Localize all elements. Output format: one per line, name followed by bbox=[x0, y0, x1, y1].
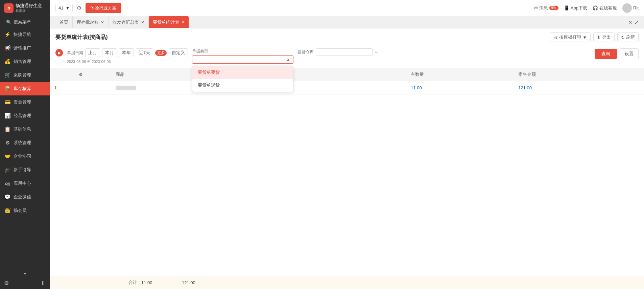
tab-close-all-icon[interactable]: ✕ bbox=[628, 20, 633, 25]
export-btn[interactable]: ⬇ 导出 bbox=[593, 32, 615, 42]
table-body: 1 块 11.00 121.00 bbox=[50, 81, 644, 94]
product-placeholder bbox=[116, 86, 136, 90]
footer-quantity: 11.00 bbox=[137, 280, 178, 285]
sidebar-item-sales[interactable]: 💰 销售管理 bbox=[0, 55, 50, 68]
tab-end-controls: ✕ ⤢ bbox=[628, 20, 639, 25]
row-index: 1 bbox=[50, 81, 112, 94]
date-label: 单据日期 bbox=[67, 50, 83, 56]
tab-expand-icon[interactable]: ⤢ bbox=[635, 20, 639, 25]
sidebar-scroll-down[interactable]: ▼ bbox=[0, 271, 50, 277]
print-icon: 🖨 bbox=[553, 35, 558, 40]
tab-batch-account[interactable]: 库存批次账 ✕ bbox=[73, 16, 109, 28]
service-icon: 🎧 bbox=[593, 5, 598, 10]
tab-order-summary[interactable]: 要货单统计表 ✕ bbox=[149, 16, 189, 28]
sidebar-item-appstore[interactable]: 🛍 应用中心 bbox=[0, 177, 50, 190]
row-quantity[interactable]: 11.00 bbox=[407, 81, 514, 94]
avatar bbox=[622, 3, 632, 13]
refresh-icon: ↻ bbox=[621, 35, 625, 40]
app-download-item[interactable]: 📱 App下载 bbox=[564, 5, 587, 11]
sidebar-item-member[interactable]: 👑 畅会员 bbox=[0, 204, 50, 217]
sales-icon: 💰 bbox=[4, 58, 11, 65]
sidebar-logo: b 畅捷通好生意 标准版 bbox=[0, 0, 50, 16]
tab-close-batch-account[interactable]: ✕ bbox=[101, 20, 104, 25]
settings-icon[interactable]: ⚙ bbox=[4, 280, 9, 286]
warehouse-input[interactable] bbox=[316, 48, 373, 56]
table-row: 1 块 11.00 121.00 bbox=[50, 81, 644, 94]
logo-icon: b bbox=[4, 3, 14, 13]
tab-collection-summary[interactable]: 收发存汇总表 ✕ bbox=[109, 16, 149, 28]
dropdown-item-order-return[interactable]: 要货单退货 bbox=[192, 79, 293, 92]
col-amount: 零售金额 bbox=[514, 68, 644, 81]
sidebar-item-guide[interactable]: 🎓 新手引导 bbox=[0, 163, 50, 177]
date-btn-last-7-days[interactable]: 近7天 bbox=[136, 48, 153, 57]
sidebar-nav: ⚡ 快捷导航 📢 营销推广 💰 销售管理 🛒 采购管理 📦 库存核算 💳 资金管… bbox=[0, 28, 50, 271]
type-input[interactable] bbox=[195, 57, 286, 62]
print-template-btn[interactable]: 🖨 按模板打印 ▼ bbox=[550, 32, 591, 42]
date-more-tag[interactable]: 更多 bbox=[155, 50, 167, 56]
data-table: ⚙ 商品 主计量单位 主数量 零售金额 bbox=[50, 68, 644, 94]
member-icon: 👑 bbox=[4, 207, 11, 214]
username: Rit bbox=[633, 5, 639, 10]
purchase-icon: 🛒 bbox=[4, 72, 11, 79]
tab-home[interactable]: 首页 bbox=[55, 16, 73, 28]
filter-bar: ▶ 单据日期 上月 本月 本年 近7天 bbox=[50, 45, 644, 68]
sidebar-item-system[interactable]: ⚙ 系统管理 bbox=[0, 136, 50, 150]
sidebar-item-enterprise[interactable]: 🤝 企业协同 bbox=[0, 150, 50, 163]
date-custom-btn[interactable]: 自定义 bbox=[169, 48, 188, 57]
date-btn-last-month[interactable]: 上月 bbox=[85, 48, 100, 57]
tab-close-order[interactable]: ✕ bbox=[181, 20, 185, 25]
message-icon: ✉ bbox=[534, 5, 538, 10]
system-icon: ⚙ bbox=[4, 139, 11, 146]
user-avatar-item[interactable]: Rit bbox=[622, 3, 639, 13]
tabs-bar: 首页 库存批次账 ✕ 收发存汇总表 ✕ 要货单统计表 ✕ ✕ ⤢ bbox=[50, 16, 644, 28]
footer-values: 11.00 121.00 bbox=[137, 280, 218, 285]
tab-close-collection[interactable]: ✕ bbox=[141, 20, 144, 25]
expand-filter-btn[interactable]: ▶ bbox=[55, 49, 63, 57]
trial-btn[interactable]: 体验行业方案 bbox=[86, 3, 121, 13]
type-chevron-up-icon[interactable]: ▲ bbox=[286, 57, 290, 62]
sidebar-item-basic[interactable]: 📋 基础信息 bbox=[0, 123, 50, 136]
sidebar-item-finance[interactable]: 💳 资金管理 bbox=[0, 95, 50, 109]
print-chevron-icon: ▼ bbox=[582, 35, 587, 40]
type-label: 单据类型 bbox=[192, 48, 293, 54]
topbar: 41 ▼ ⚙ 体验行业方案 ✉ 消息 99+ 📱 App下载 🎧 在线客服 R bbox=[50, 0, 644, 16]
page-title: 要货单统计表(按商品) bbox=[55, 34, 108, 41]
message-item[interactable]: ✉ 消息 99+ bbox=[534, 5, 558, 11]
topbar-gear-icon[interactable]: ⚙ bbox=[77, 5, 81, 11]
guide-icon: 🎓 bbox=[4, 166, 11, 173]
sidebar-item-marketing[interactable]: 📢 营销推广 bbox=[0, 41, 50, 55]
quick-nav-icon: ⚡ bbox=[4, 31, 11, 38]
sidebar-item-wechat[interactable]: 💬 企业微信 bbox=[0, 190, 50, 204]
date-filter-row: 单据日期 上月 本月 本年 近7天 更多 自定义 bbox=[67, 48, 188, 57]
pause-icon[interactable]: ⏸ bbox=[41, 280, 46, 286]
sidebar-item-operation[interactable]: 📊 经营管理 bbox=[0, 109, 50, 123]
dropdown-item-order-purchase[interactable]: 要货单要货 bbox=[192, 66, 293, 79]
refresh-btn[interactable]: ↻ 刷新 bbox=[617, 32, 639, 42]
warehouse-label: 要货仓库 bbox=[297, 49, 314, 55]
sidebar-search[interactable]: 🔍 搜索菜单 bbox=[0, 16, 50, 28]
page-actions: 🖨 按模板打印 ▼ ⬇ 导出 ↻ 刷新 bbox=[550, 32, 639, 42]
appstore-icon: 🛍 bbox=[4, 180, 11, 187]
col-settings[interactable]: ⚙ bbox=[50, 68, 112, 81]
date-btn-this-month[interactable]: 本月 bbox=[102, 48, 117, 57]
warehouse-more-icon[interactable]: ··· bbox=[375, 49, 379, 55]
filter-actions: 查询 设置 bbox=[595, 48, 639, 59]
row-amount[interactable]: 121.00 bbox=[514, 81, 644, 94]
scroll-down-arrow[interactable]: ▼ bbox=[23, 271, 27, 276]
type-selector-group: 单据类型 ▲ 要货单要货 要货单退货 bbox=[192, 48, 293, 64]
date-range-display: 2023-05-06 至 2023-06-06 bbox=[67, 59, 188, 64]
query-btn[interactable]: 查询 bbox=[595, 49, 617, 59]
search-icon: 🔍 bbox=[6, 20, 11, 25]
online-service-item[interactable]: 🎧 在线客服 bbox=[593, 5, 617, 11]
store-name: 41 bbox=[58, 5, 63, 10]
export-icon: ⬇ bbox=[597, 35, 601, 40]
sidebar-item-quick-nav[interactable]: ⚡ 快捷导航 bbox=[0, 28, 50, 41]
sidebar-item-inventory[interactable]: 📦 库存核算 bbox=[0, 82, 50, 95]
store-selector[interactable]: 41 ▼ bbox=[55, 4, 73, 12]
basic-icon: 📋 bbox=[4, 126, 11, 133]
settings-filter-btn[interactable]: 设置 bbox=[620, 48, 639, 59]
operation-icon: 📊 bbox=[4, 112, 11, 119]
type-input-row[interactable]: ▲ bbox=[192, 55, 293, 64]
date-btn-this-year[interactable]: 本年 bbox=[119, 48, 134, 57]
sidebar-item-purchase[interactable]: 🛒 采购管理 bbox=[0, 68, 50, 82]
